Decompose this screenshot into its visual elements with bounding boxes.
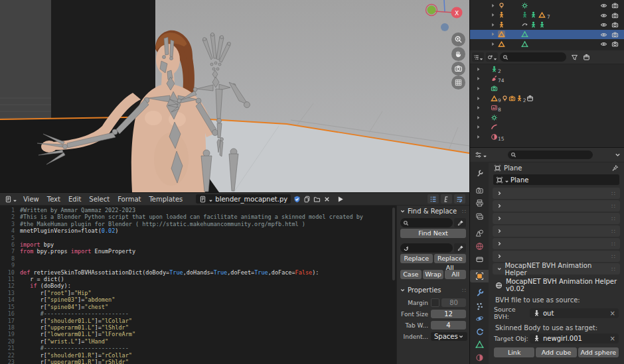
disable-in-renders-icon[interactable] <box>611 11 619 19</box>
zoom-in-button[interactable] <box>451 32 465 46</box>
panel-transform[interactable]: ∷ <box>493 188 620 199</box>
hide-in-viewport-icon[interactable] <box>600 40 607 48</box>
tab-data[interactable] <box>470 338 489 351</box>
tab-modifier[interactable] <box>470 286 489 300</box>
view-orientation-gizmo[interactable]: X <box>418 0 468 33</box>
toggle-wrap[interactable]: Wrap <box>423 270 444 279</box>
new-collection-icon[interactable] <box>583 54 590 61</box>
outliner-row-out[interactable] <box>470 20 624 30</box>
tab-render[interactable] <box>470 184 489 198</box>
tab-object[interactable] <box>470 270 489 283</box>
properties-search-input[interactable] <box>508 151 593 159</box>
filter-dropdown-icon[interactable] <box>614 151 621 158</box>
hide-in-viewport-icon[interactable] <box>600 30 607 38</box>
panel-collections[interactable]: ∷ <box>493 213 620 224</box>
object-name-field[interactable]: Plane <box>493 174 619 185</box>
clear-source-icon[interactable]: × <box>610 310 615 317</box>
menu-text[interactable]: Text <box>47 196 60 203</box>
run-script-button[interactable] <box>336 195 345 204</box>
tab-output[interactable] <box>470 197 489 210</box>
toggle-ortho-button[interactable] <box>451 76 465 90</box>
tab-viewlayer[interactable] <box>470 210 489 223</box>
pan-hand-button[interactable] <box>451 47 465 61</box>
panel-visibility[interactable]: ∷ <box>493 251 620 262</box>
editor-type-button[interactable] <box>3 194 19 204</box>
panel-relations[interactable]: ∷ <box>493 200 620 212</box>
panel-motion-paths[interactable]: ∷ <box>493 238 620 249</box>
blendfile-row-Line-Styles[interactable] <box>470 123 624 133</box>
tab-particles[interactable] <box>470 300 489 313</box>
disable-in-renders-icon[interactable] <box>611 40 619 48</box>
font-size-value[interactable]: 12 <box>431 310 466 318</box>
toggle-syntax-highlight[interactable] <box>441 194 452 204</box>
code-area[interactable]: 1#Written by Ammar Qammaz 2022-20232#Thi… <box>0 206 396 364</box>
indent-dropdown[interactable]: Spaces <box>431 332 467 341</box>
toggle-all[interactable]: All <box>445 270 466 279</box>
hide-in-viewport-icon[interactable] <box>600 2 607 10</box>
blendfile-row-Lights[interactable] <box>470 113 624 123</box>
blendfile-row-Armatures[interactable]: 2 <box>470 64 624 74</box>
panel-drag-handle[interactable]: ∷ <box>611 241 616 247</box>
target-obj-field[interactable]: newgirl.001 × <box>530 334 619 343</box>
find-eyedropper-button[interactable] <box>454 218 466 227</box>
web-icon[interactable] <box>495 281 503 290</box>
filter-icon[interactable] <box>571 54 578 61</box>
new-text-icon[interactable] <box>303 196 311 203</box>
add-cube-button[interactable]: Add cube <box>536 347 576 357</box>
outliner-row-newgirl.001[interactable]: 7 <box>470 11 624 21</box>
3d-viewport[interactable]: X <box>0 0 469 192</box>
text-datablock[interactable]: blender_mocapnet.py <box>196 194 291 204</box>
find-input[interactable] <box>400 218 453 227</box>
tab-width-value[interactable]: 4 <box>431 321 466 330</box>
outliner-row-Plane.001[interactable] <box>470 39 624 49</box>
panel-drag-handle[interactable]: ∷ <box>611 203 616 210</box>
panel-drag-handle[interactable]: ∷ <box>462 287 467 294</box>
panel-drag-handle[interactable]: ∷ <box>611 190 616 197</box>
disable-in-renders-icon[interactable] <box>611 2 619 10</box>
hide-in-viewport-icon[interactable] <box>600 21 607 29</box>
code-scrollbar[interactable] <box>392 208 395 280</box>
blendfile-row-Images[interactable]: 8 <box>470 103 624 113</box>
blendfile-row-Materials[interactable]: 15 <box>470 132 624 142</box>
source-bvh-field[interactable]: out × <box>530 308 619 318</box>
panel-drag-handle[interactable]: ∷ <box>611 253 616 260</box>
open-text-icon[interactable] <box>313 196 321 203</box>
menu-templates[interactable]: Templates <box>149 196 183 203</box>
replace-input[interactable] <box>400 243 453 253</box>
editor-type-button[interactable] <box>473 151 489 160</box>
blendfile-row-Collections[interactable]: 92 <box>470 93 624 103</box>
menu-view[interactable]: View <box>23 196 39 203</box>
camera-view-button[interactable] <box>451 62 465 76</box>
hide-in-viewport-icon[interactable] <box>600 11 607 19</box>
panel-drag-handle[interactable]: ∷ <box>611 228 616 235</box>
find-next-button[interactable]: Find Next <box>400 229 466 238</box>
menu-select[interactable]: Select <box>89 196 110 203</box>
replace-all-button[interactable]: Replace All <box>434 254 467 263</box>
toggle-line-numbers[interactable] <box>428 194 439 204</box>
replace-button[interactable]: Replace <box>400 254 433 263</box>
pin-icon[interactable] <box>611 164 619 172</box>
panel-instancing[interactable]: ∷ <box>493 225 620 237</box>
outliner-row-Plane[interactable] <box>470 30 624 40</box>
panel-drag-handle[interactable]: ∷ <box>611 266 616 273</box>
tab-constraints[interactable] <box>470 326 489 339</box>
properties-panel-header[interactable]: Properties ∷ <box>397 284 469 296</box>
panel-drag-handle[interactable]: ∷ <box>462 208 467 215</box>
find-replace-panel-header[interactable]: Find & Replace ∷ <box>397 206 469 217</box>
menu-format[interactable]: Format <box>117 196 141 203</box>
tab-tool[interactable] <box>470 167 489 180</box>
menu-edit[interactable]: Edit <box>68 196 81 203</box>
display-mode-dropdown[interactable] <box>486 52 498 62</box>
panel-drag-handle[interactable]: ∷ <box>611 215 616 222</box>
replace-eyedropper-button[interactable] <box>454 243 466 253</box>
tab-physics[interactable] <box>470 312 489 326</box>
tab-world[interactable] <box>470 240 489 253</box>
outliner-row-Light[interactable] <box>470 1 624 11</box>
add-sphere-button[interactable]: Add sphere <box>578 347 619 357</box>
blendfile-row-Brushes[interactable]: 74 <box>470 74 624 84</box>
disable-in-renders-icon[interactable] <box>611 30 619 38</box>
margin-value[interactable]: 80 <box>441 298 466 307</box>
toggle-case[interactable]: Case <box>400 270 422 279</box>
panel-mocapnet-header[interactable]: MocapNET BVH Animation Helper ∷ <box>493 263 620 274</box>
unlink-text-icon[interactable] <box>323 196 331 203</box>
